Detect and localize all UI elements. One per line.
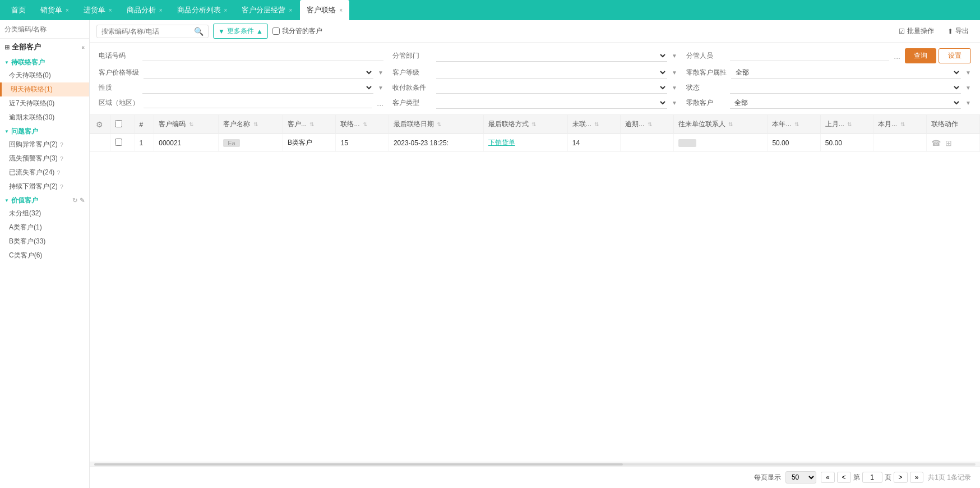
- table-col-unit-contact[interactable]: 往来单位联系人 ⇅: [673, 115, 768, 134]
- sidebar-item-class-a[interactable]: A类客户(1): [0, 220, 89, 234]
- sidebar-item-overdue-contact[interactable]: 逾期未联络(30): [0, 111, 89, 125]
- action-icons: ☎ ⊞: [931, 139, 975, 148]
- search-input[interactable]: [101, 27, 194, 35]
- row-last-contact-method[interactable]: 下销货单: [483, 134, 567, 152]
- filter-row-4: 区域（地区） ... 客户类型 ▼ 零散客户 全部 ▼: [99, 97, 971, 109]
- page-number-input[interactable]: [862, 472, 882, 483]
- filter-payment-select[interactable]: [436, 82, 667, 94]
- horizontal-scrollbar[interactable]: [90, 462, 980, 466]
- close-icon[interactable]: ×: [224, 7, 228, 13]
- table-col-last-contact-method[interactable]: 最后联络方式 ⇅: [483, 115, 567, 134]
- filter-btn[interactable]: ▼ 更多条件 ▲: [213, 24, 268, 39]
- sidebar-item-churn-warning[interactable]: 流失预警客户(3) ?: [0, 151, 89, 165]
- scrollbar-thumb[interactable]: [94, 463, 623, 466]
- sidebar-item-7days-contact[interactable]: 近7天待联络(0): [0, 96, 89, 111]
- table-col-customer-type[interactable]: 客户... ⇅: [283, 115, 336, 134]
- sidebar-group-pending-label: 待联络客户: [11, 58, 45, 67]
- filter-phone: 电话号码: [99, 48, 383, 63]
- close-icon[interactable]: ×: [66, 7, 69, 13]
- query-button[interactable]: 查询: [905, 48, 936, 63]
- nav-item-customer-segment[interactable]: 客户分层经营 ×: [235, 0, 299, 20]
- batch-operations-btn[interactable]: ☑ 批量操作: [894, 24, 939, 38]
- nav-item-analysis-list[interactable]: 商品分析列表 ×: [170, 0, 234, 20]
- table-col-overdue[interactable]: 逾期... ⇅: [621, 115, 673, 134]
- export-btn[interactable]: ⬆ 导出: [943, 24, 973, 38]
- per-page-select[interactable]: 50 100 200: [785, 471, 816, 484]
- sidebar-group-value: ▼ 价值客户 ↻ ✎: [0, 194, 89, 206]
- help-icon: ?: [60, 183, 63, 190]
- row-uncontacted: 14: [567, 134, 620, 152]
- nav-item-home[interactable]: 首页: [4, 0, 33, 20]
- triangle-icon: ▼: [4, 129, 9, 134]
- settings-button[interactable]: 设置: [939, 48, 971, 63]
- nav-item-sales[interactable]: 销货单 ×: [34, 0, 76, 20]
- nav-item-customer-contact[interactable]: 客户联络 ×: [300, 0, 349, 20]
- close-icon[interactable]: ×: [159, 7, 163, 13]
- close-icon[interactable]: ×: [339, 7, 343, 13]
- sort-icon: ⇅: [189, 121, 193, 127]
- first-page-btn[interactable]: «: [821, 472, 835, 483]
- search-icon[interactable]: 🔍: [194, 27, 204, 36]
- batch-btn-label: 批量操作: [907, 26, 934, 36]
- filter-retail-customer-select[interactable]: 全部: [730, 97, 961, 109]
- filter-customer-grade-select[interactable]: [436, 67, 667, 79]
- table-col-uncontacted[interactable]: 未联... ⇅: [567, 115, 620, 134]
- table-col-contact-count[interactable]: 联络... ⇅: [336, 115, 389, 134]
- filter-status-select[interactable]: [730, 82, 961, 94]
- row-select-checkbox[interactable]: [115, 139, 122, 146]
- table-settings-col[interactable]: ⚙: [90, 115, 110, 134]
- sidebar-search-input[interactable]: [4, 25, 89, 33]
- chevron-up-icon: ▲: [256, 27, 263, 35]
- unit-contact-masked: [678, 139, 696, 147]
- grid-action-icon[interactable]: ⊞: [945, 139, 952, 148]
- sort-icon: ⇅: [437, 121, 441, 127]
- table-col-this-month[interactable]: 本月... ⇅: [873, 115, 926, 134]
- table-col-customer-code[interactable]: 客户编码 ⇅: [154, 115, 219, 134]
- phone-action-icon[interactable]: ☎: [931, 139, 941, 148]
- filter-region-input[interactable]: [144, 98, 372, 108]
- page-nav: « < 第 页 > »: [821, 472, 923, 483]
- table-col-last-month[interactable]: 上月... ⇅: [820, 115, 873, 134]
- nav-item-analysis[interactable]: 商品分析 ×: [120, 0, 169, 20]
- edit-icon[interactable]: ✎: [80, 197, 85, 204]
- my-customer-checkbox[interactable]: [272, 27, 280, 35]
- select-all-checkbox[interactable]: [115, 120, 122, 127]
- sort-icon: ⇅: [728, 121, 733, 127]
- last-page-btn[interactable]: »: [910, 472, 924, 483]
- filter-customer-type-select[interactable]: [436, 97, 667, 109]
- filter-manager-dots[interactable]: ...: [894, 52, 900, 61]
- last-contact-method-link[interactable]: 下销货单: [488, 139, 515, 146]
- my-customer-check[interactable]: 我分管的客户: [272, 26, 322, 36]
- filter-manager: 分管人员 ... 查询 设置: [686, 48, 971, 63]
- filter-dept-select[interactable]: [436, 50, 667, 62]
- pagination: 每页显示 50 100 200 « < 第 页 > » 共1页 1条记录: [90, 466, 980, 488]
- sidebar-item-tomorrow-contact[interactable]: 明天待联络(1): [0, 82, 89, 96]
- next-page-btn[interactable]: >: [894, 472, 908, 483]
- refresh-icon[interactable]: ↻: [72, 197, 77, 204]
- filter-dept-label: 分管部门: [392, 51, 432, 61]
- table-col-customer-name[interactable]: 客户名称 ⇅: [219, 115, 283, 134]
- table-col-last-contact-date[interactable]: 最后联络日期 ⇅: [389, 115, 483, 134]
- filter-price-grade-select[interactable]: [144, 67, 373, 79]
- sidebar-item-declining[interactable]: 持续下滑客户(2) ?: [0, 179, 89, 194]
- sidebar-item-class-b[interactable]: B类客户(33): [0, 234, 89, 248]
- filter-retail-attr-select[interactable]: 全部: [731, 67, 961, 79]
- sidebar-item-churned[interactable]: 已流失客户(24) ?: [0, 165, 89, 179]
- sidebar-item-abnormal-repurchase[interactable]: 回购异常客户(2) ?: [0, 137, 89, 151]
- export-btn-label: 导出: [955, 26, 969, 36]
- sidebar-item-today-contact[interactable]: 今天待联络(0): [0, 68, 89, 82]
- filter-region-dots[interactable]: ...: [377, 99, 383, 108]
- close-icon[interactable]: ×: [289, 7, 292, 13]
- filter-nature-select[interactable]: [142, 82, 373, 94]
- sidebar-item-ungrouped[interactable]: 未分组(32): [0, 206, 89, 220]
- sidebar-item-class-c[interactable]: C类客户(6): [0, 248, 89, 263]
- prev-page-btn[interactable]: <: [837, 472, 851, 483]
- gear-icon[interactable]: ⚙: [96, 120, 103, 129]
- nav-item-purchase[interactable]: 进货单 ×: [77, 0, 119, 20]
- row-customer-name: Ea: [219, 134, 283, 152]
- close-icon[interactable]: ×: [109, 7, 112, 13]
- filter-phone-input[interactable]: [142, 50, 383, 61]
- table-col-this-year[interactable]: 本年... ⇅: [768, 115, 820, 134]
- filter-manager-input[interactable]: [730, 50, 889, 61]
- sidebar-all-customers[interactable]: ⊞ 全部客户 «: [0, 39, 89, 56]
